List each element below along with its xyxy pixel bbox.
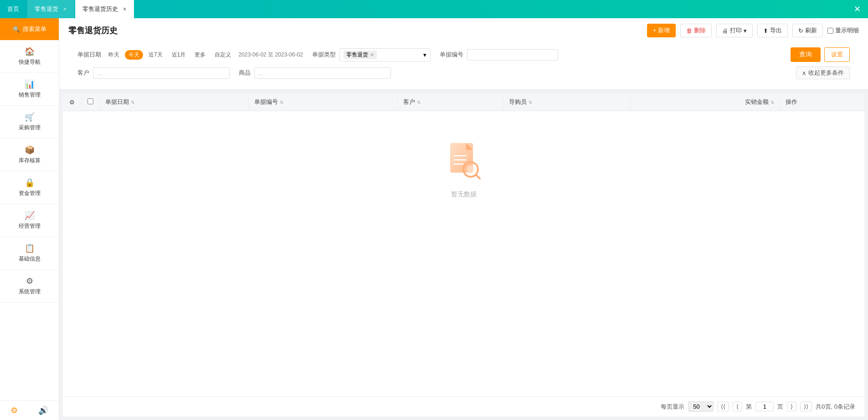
empty-text: 暂无数据 [451,190,477,199]
date-pill-custom[interactable]: 自定义 [211,50,235,60]
first-page-button[interactable]: ⟨⟨ [717,402,729,411]
show-detail-checkbox[interactable] [827,28,833,34]
customer-sort-icon: ⇅ [417,100,421,105]
date-pill-7days[interactable]: 近7天 [145,50,166,60]
system-icon: ⚙ [26,276,33,286]
doc-type-dropdown-icon: ▾ [423,51,426,58]
doc-no-filter-group: 单据编号 [440,49,558,61]
svg-line-7 [476,174,480,179]
refresh-button[interactable]: ↻ 刷新 [792,24,823,37]
tab-retail-return-history[interactable]: 零售退货历史 ✕ [75,0,134,18]
sidebar-item-system-label: 系统管理 [19,288,41,296]
sidebar-item-sales[interactable]: 📊 销售管理 [0,73,59,106]
sidebar-item-sales-label: 销售管理 [19,91,41,99]
sidebar-item-basic-info-label: 基础信息 [19,255,41,263]
data-table: ⚙ 单据日期 ⇅ [63,93,864,111]
date-label: 单据日期 [77,51,101,59]
th-amount[interactable]: 实销金额 ⇅ [631,93,780,111]
print-icon: 🖨 [722,27,728,34]
date-pills: 昨天 今天 近7天 近1月 更多 自定义 [105,50,235,60]
date-pill-more[interactable]: 更多 [191,50,209,60]
page-size-select[interactable]: 50 10 20 100 [688,401,714,412]
svg-point-6 [467,165,475,174]
sidebar-search[interactable]: 🔍 搜索菜单 [0,18,59,40]
date-pill-yesterday[interactable]: 昨天 [105,50,123,60]
goods-select[interactable]: ... [254,67,391,79]
tab-retail-return-close[interactable]: ✕ [63,6,67,12]
table-wrapper: ⚙ 单据日期 ⇅ [63,93,864,396]
date-pill-1month[interactable]: 近1月 [168,50,190,60]
sidebar-item-finance-label: 资金管理 [19,190,41,197]
collapse-icon: ∧ [802,70,806,77]
doc-type-label: 单据类型 [312,51,336,59]
goods-label: 商品 [239,69,251,77]
settings-bottom-icon[interactable]: ⚙ [10,405,18,415]
th-doc-no[interactable]: 单据编号 ⇅ [248,93,397,111]
print-button[interactable]: 🖨 打印 ▾ [716,24,753,37]
doc-type-select[interactable]: 零售退货 ✕ ▾ [339,48,431,61]
content-area: 零售退货历史 + 新增 🗑 删除 🖨 打印 ▾ ⬆ 导出 [59,18,868,420]
next-page-button[interactable]: ⟩ [787,402,796,411]
pagination: 每页显示 50 10 20 100 ⟨⟨ ⟨ 第 1 页 ⟩ ⟩⟩ 共0页, 0… [63,396,864,416]
doc-no-sort-icon: ⇅ [280,100,283,105]
sidebar-item-finance[interactable]: 🔒 资金管理 [0,171,59,204]
doc-type-tag: 零售退货 ✕ [344,51,377,59]
collapse-button[interactable]: ∧ 收起更多条件 [796,67,850,79]
sidebar-item-inventory-label: 库存核算 [19,157,41,164]
doc-type-tag-close[interactable]: ✕ [370,52,374,58]
sidebar-item-quick-nav[interactable]: 🏠 快捷导航 [0,40,59,73]
tab-retail-return-history-label: 零售退货历史 [82,5,118,13]
doc-type-filter-group: 单据类型 零售退货 ✕ ▾ [312,48,431,61]
delete-button[interactable]: 🗑 删除 [680,24,712,37]
sidebar-item-quick-nav-label: 快捷导航 [19,58,41,66]
tab-home-label: 首页 [7,5,19,13]
table-header-row: ⚙ 单据日期 ⇅ [63,93,864,111]
setting-button[interactable]: 设置 [824,47,850,62]
print-dropdown-icon: ▾ [744,27,747,34]
doc-no-input[interactable] [467,49,558,61]
page-unit-label: 页 [777,403,783,411]
filter-area: 单据日期 昨天 今天 近7天 近1月 更多 自定义 2023-06-02 至 2… [68,42,859,89]
sidebar-item-operations[interactable]: 📈 经营管理 [0,204,59,237]
export-button[interactable]: ⬆ 导出 [757,24,788,37]
sidebar-item-system[interactable]: ⚙ 系统管理 [0,270,59,302]
th-customer[interactable]: 客户 ⇅ [398,93,503,111]
window-close-button[interactable]: ✕ [854,4,868,14]
main-layout: 🔍 搜索菜单 🏠 快捷导航 📊 销售管理 🛒 采购管理 📦 库存核算 🔒 资金管… [0,18,868,420]
doc-no-label: 单据编号 [440,51,463,59]
th-settings[interactable]: ⚙ [63,93,81,111]
export-icon: ⬆ [763,27,768,34]
top-bar: 首页 零售退货 ✕ 零售退货历史 ✕ ✕ [0,0,868,18]
th-date[interactable]: 单据日期 ⇅ [99,93,248,111]
sidebar-item-basic-info[interactable]: 📋 基础信息 [0,237,59,270]
th-check [81,93,99,111]
new-button[interactable]: + 新增 [647,24,676,37]
th-guide[interactable]: 导购员 ⇅ [503,93,631,111]
last-page-button[interactable]: ⟩⟩ [800,402,812,411]
audio-bottom-icon[interactable]: 🔊 [38,405,48,415]
query-button[interactable]: 查询 [791,47,821,62]
sidebar-item-purchase[interactable]: 🛒 采购管理 [0,106,59,138]
tab-retail-return-history-close[interactable]: ✕ [123,6,127,12]
tab-retail-return[interactable]: 零售退货 ✕ [27,0,74,18]
tab-home[interactable]: 首页 [0,0,26,18]
page-number-input[interactable]: 1 [755,402,774,411]
query-setting-buttons: 查询 设置 [791,47,850,62]
customer-label: 客户 [77,69,89,77]
sidebar: 🔍 搜索菜单 🏠 快捷导航 📊 销售管理 🛒 采购管理 📦 库存核算 🔒 资金管… [0,18,59,420]
show-detail-checkbox-label[interactable]: 显示明细 [827,26,859,35]
prev-page-button[interactable]: ⟨ [733,402,742,411]
sales-icon: 📊 [25,79,35,89]
date-range-display: 2023-06-02 至 2023-06-02 [238,51,303,59]
home-icon: 🏠 [25,46,35,56]
delete-icon: 🗑 [686,27,692,34]
page-section-label: 第 [746,403,752,411]
date-pill-today[interactable]: 今天 [125,50,143,60]
customer-select[interactable]: ... [93,67,230,79]
select-all-checkbox[interactable] [87,98,93,104]
tab-retail-return-label: 零售退货 [35,5,58,13]
sidebar-search-label: 搜索菜单 [23,25,46,33]
th-actions: 操作 [780,93,864,111]
finance-icon: 🔒 [25,178,35,188]
sidebar-item-inventory[interactable]: 📦 库存核算 [0,138,59,171]
